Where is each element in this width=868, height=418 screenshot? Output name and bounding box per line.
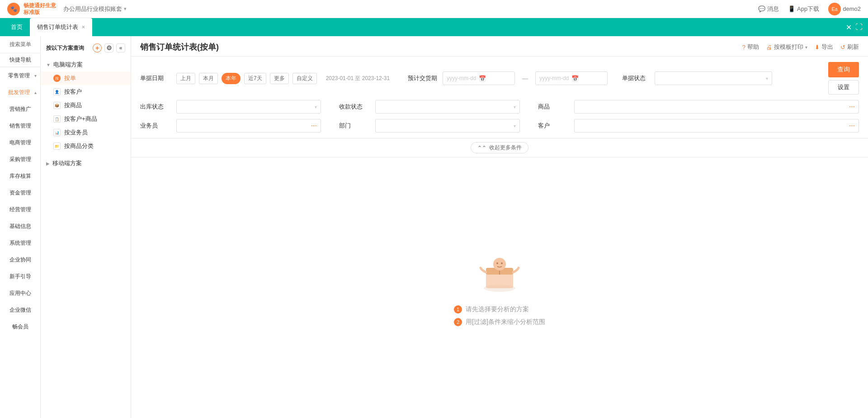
status-arrow: ▾ [766, 76, 768, 81]
tab-home[interactable]: 首页 [4, 18, 30, 36]
sidebar-item-wechat[interactable]: 企业微信 [0, 302, 40, 318]
scheme-item-by-salesperson[interactable]: 📊 按业务员 [41, 126, 131, 139]
svg-point-6 [501, 262, 503, 264]
scheme-item-by-order[interactable]: 按 按单 [41, 71, 131, 85]
help-icon: ? [742, 44, 745, 51]
sidebar-item-appstore[interactable]: 应用中心 [0, 285, 40, 302]
page-header-actions: ? 帮助 🖨 按模板打印 ▾ ⬇ 导出 ↺ 刷新 [742, 43, 859, 51]
sidebar-item-wholesale[interactable]: 批发管理 ▴ [0, 84, 40, 101]
query-panel-header: 按以下方案查询 + ⚙ « [41, 40, 131, 56]
date-btn-7days[interactable]: 近7天 [244, 73, 266, 84]
salesperson-label: 业务员 [140, 122, 167, 130]
export-button[interactable]: ⬇ 导出 [815, 43, 833, 51]
date-btn-this-year[interactable]: 本年 [222, 73, 241, 84]
sidebar-item-retail[interactable]: 零售管理 ▾ [0, 67, 40, 84]
sidebar-item-member[interactable]: 畅会员 [0, 318, 40, 335]
department-select[interactable]: ▾ [375, 119, 520, 133]
sidebar-item-system[interactable]: 系统管理 [0, 235, 40, 252]
pc-scheme-group-header[interactable]: ▼ 电脑端方案 [41, 58, 131, 71]
logo-area: 🐾 畅捷通好生意 标准版 [7, 2, 56, 15]
mobile-group-expand-icon: ▶ [46, 161, 50, 166]
mobile-scheme-group: ▶ 移动端方案 [41, 155, 131, 172]
delivery-select[interactable]: ▾ [176, 100, 321, 114]
sidebar-search[interactable]: 搜索菜单 [0, 36, 40, 53]
sidebar-item-newbie[interactable]: 新手引导 [0, 268, 40, 285]
maximize-icon[interactable]: ⛶ [855, 23, 863, 31]
collapse-up-icon: ⌃⌃ [477, 145, 486, 151]
page-header: 销售订单统计表(按单) ? 帮助 🖨 按模板打印 ▾ ⬇ 导出 [131, 36, 868, 57]
collapse-panel-button[interactable]: « [116, 43, 125, 52]
sidebar-item-operations[interactable]: 经营管理 [0, 201, 40, 218]
empty-tip-1: 1 请先选择要分析的方案 [454, 305, 545, 314]
sidebar-item-marketing[interactable]: 营销推广 [0, 101, 40, 118]
scheme-item-by-customer-goods[interactable]: 📋 按客户+商品 [41, 112, 131, 126]
pc-scheme-group: ▼ 电脑端方案 按 按单 👤 按客户 📦 [41, 56, 131, 155]
sidebar-item-basic[interactable]: 基础信息 [0, 218, 40, 235]
customer-input[interactable]: ··· [574, 119, 859, 133]
date-btn-custom[interactable]: 自定义 [292, 73, 317, 84]
payment-label: 收款状态 [339, 103, 366, 111]
scheme-item-by-customer[interactable]: 👤 按客户 [41, 85, 131, 99]
customer-dots[interactable]: ··· [849, 122, 855, 130]
sidebar-item-purchase[interactable]: 采购管理 [0, 151, 40, 168]
filter-row-1: 单据日期 上月 本月 本年 近7天 更多 自定义 2023-01-01 至 20… [140, 62, 859, 95]
tab-close-icon[interactable]: × [82, 24, 85, 30]
sidebar-item-sales[interactable]: 销售管理 [0, 118, 40, 134]
message-button[interactable]: 💬 消息 [758, 5, 779, 13]
status-select[interactable]: ▾ [655, 71, 772, 85]
query-panel-actions: + ⚙ « [93, 43, 125, 52]
date-btn-this-month[interactable]: 本月 [199, 73, 218, 84]
settings-button[interactable]: 设置 [828, 80, 859, 95]
filter-area: 单据日期 上月 本月 本年 近7天 更多 自定义 2023-01-01 至 20… [131, 57, 868, 138]
add-scheme-button[interactable]: + [93, 43, 102, 52]
goods-dots[interactable]: ··· [849, 103, 855, 111]
department-label: 部门 [339, 122, 366, 130]
scheme-item-by-category[interactable]: 📁 按商品分类 [41, 139, 131, 153]
scheme-icon-goods: 📦 [53, 102, 61, 109]
payment-select[interactable]: ▾ [375, 100, 520, 114]
salesperson-dots[interactable]: ··· [311, 122, 317, 130]
department-arrow: ▾ [514, 124, 516, 128]
sidebar-item-ecommerce[interactable]: 电商管理 [0, 134, 40, 151]
goods-input[interactable]: ··· [574, 100, 859, 114]
print-button[interactable]: 🖨 按模板打印 ▾ [766, 43, 807, 51]
help-button[interactable]: ? 帮助 [742, 43, 759, 51]
scheme-item-by-goods[interactable]: 📦 按商品 [41, 99, 131, 112]
top-bar-actions: 💬 消息 📱 App下载 Ea demo2 [758, 3, 861, 15]
message-icon: 💬 [758, 5, 765, 12]
print-dropdown-icon[interactable]: ▾ [805, 45, 807, 50]
payment-arrow: ▾ [514, 104, 516, 109]
date-btn-more[interactable]: 更多 [270, 73, 289, 84]
avatar: Ea [828, 3, 841, 15]
collapse-button[interactable]: ⌃⌃ 收起更多条件 [471, 142, 528, 153]
filter-row-3: 业务员 ··· 部门 ▾ 客户 ··· [140, 119, 859, 133]
refresh-button[interactable]: ↺ 刷新 [840, 43, 859, 51]
company-title[interactable]: 办公用品行业模拟账套 ▾ [63, 5, 751, 13]
query-button[interactable]: 查询 [828, 62, 859, 77]
goods-label: 商品 [538, 103, 565, 111]
salesperson-input[interactable]: ··· [176, 119, 321, 133]
expected-date-label: 预计交货期 [408, 74, 437, 82]
mobile-scheme-group-header[interactable]: ▶ 移动端方案 [41, 157, 131, 170]
date-range-text: 2023-01-01 至 2023-12-31 [326, 75, 390, 82]
delivery-arrow: ▾ [315, 104, 317, 109]
app-download-button[interactable]: 📱 App下载 [788, 5, 819, 13]
close-window-icon[interactable]: ✕ [846, 23, 852, 32]
edit-scheme-button[interactable]: ⚙ [104, 43, 113, 52]
tab-sales-order[interactable]: 销售订单统计表 × [30, 18, 92, 36]
user-menu[interactable]: Ea demo2 [828, 3, 861, 15]
expected-date-end[interactable]: yyyy-mm-dd 📅 [535, 71, 608, 85]
empty-state: 1 请先选择要分析的方案 2 用[过滤]条件来缩小分析范围 [131, 157, 868, 418]
sidebar-item-enterprise[interactable]: 企业协同 [0, 252, 40, 268]
date-btn-last-month[interactable]: 上月 [176, 73, 195, 84]
dropdown-icon[interactable]: ▾ [124, 6, 127, 12]
customer-label: 客户 [538, 122, 565, 130]
tip-num-1: 1 [454, 305, 462, 314]
scheme-icon-order: 按 [53, 75, 61, 82]
sidebar-quick-nav[interactable]: 快捷导航 [0, 53, 40, 67]
edit-icon: ⚙ [106, 44, 112, 52]
sidebar-item-finance[interactable]: 资金管理 [0, 185, 40, 201]
expected-date-start[interactable]: yyyy-mm-dd 📅 [443, 71, 515, 85]
sidebar-item-inventory[interactable]: 库存核算 [0, 168, 40, 185]
empty-svg [472, 250, 527, 295]
